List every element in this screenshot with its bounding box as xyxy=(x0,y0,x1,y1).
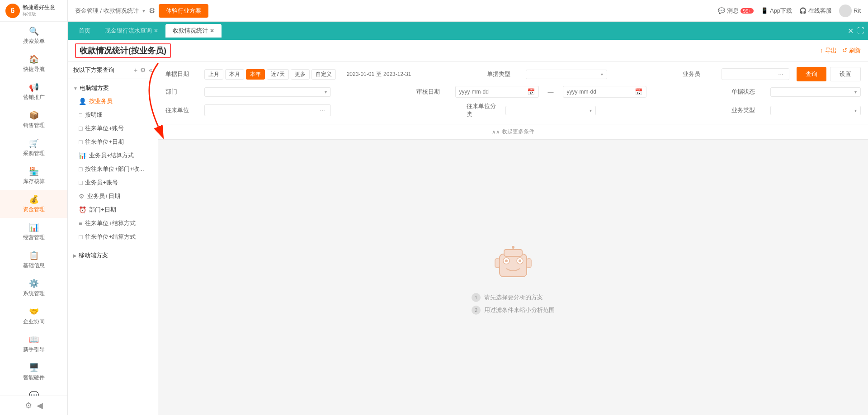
tab-close-window-icon[interactable]: ✕ xyxy=(848,27,854,35)
tree-section-mobile-header[interactable]: ▶ 移动端方案 xyxy=(68,249,158,262)
tree-item-staff-date-label: 业务员+日期 xyxy=(87,192,120,200)
review-date-from-field[interactable] xyxy=(459,89,527,95)
sidebar-label-search-menu: 搜索菜单 xyxy=(23,38,45,45)
sidebar-item-enterprise[interactable]: 🤝 企业协同 xyxy=(0,302,67,330)
tree-item-staff-date[interactable]: ⚙ 业务员+日期 xyxy=(68,189,158,203)
tree-item-partner-settlement2[interactable]: □ 往来单位+结算方式 xyxy=(68,230,158,244)
tree-item-staff-settlement[interactable]: 📊 业务员+结算方式 xyxy=(68,149,158,162)
sidebar-item-search-menu[interactable]: 🔍 搜索菜单 xyxy=(0,22,67,50)
online-service-action[interactable]: 🎧 在线客服 xyxy=(799,7,832,15)
left-panel-header: 按以下方案查询 + ⚙ « xyxy=(68,61,158,79)
date-btn-more[interactable]: 更多 xyxy=(291,69,310,80)
tab-bank-flow-close-icon[interactable]: ✕ xyxy=(154,28,158,34)
export-button[interactable]: ↑ 导出 xyxy=(821,47,837,55)
dept-select[interactable]: ▾ xyxy=(204,87,331,97)
partner-dept-receipt-icon: □ xyxy=(79,165,82,173)
app-download-action[interactable]: 📱 App下载 xyxy=(761,7,792,15)
tab-bank-flow-label: 现金银行流水查询 xyxy=(105,27,152,35)
settings-bottom-icon[interactable]: ⚙ xyxy=(25,401,32,410)
sidebar-item-finance[interactable]: 💰 资金管理 xyxy=(0,190,67,218)
logo-badge: 标准版 xyxy=(23,11,55,17)
svg-point-7 xyxy=(519,259,521,262)
tree-item-by-staff[interactable]: 👤 按业务员 xyxy=(68,94,158,108)
sidebar-item-guide[interactable]: 📖 新手引导 xyxy=(0,330,67,358)
collapse-panel-icon[interactable]: « xyxy=(149,66,152,74)
refresh-button[interactable]: ↺ 刷新 xyxy=(842,47,861,55)
header-gear-icon[interactable]: ⚙ xyxy=(149,6,155,15)
review-date-from-input[interactable]: 📅 xyxy=(455,86,539,98)
sidebar-item-hardware[interactable]: 🖥️ 智能硬件 xyxy=(0,358,67,386)
user-avatar xyxy=(839,5,852,17)
tab-maximize-icon[interactable]: ⛶ xyxy=(857,27,864,35)
query-button[interactable]: 查询 xyxy=(797,67,826,81)
tree-item-by-detail[interactable]: ≡ 按明细 xyxy=(68,108,158,122)
tab-home[interactable]: 首页 xyxy=(71,24,98,38)
svg-rect-0 xyxy=(500,254,527,277)
doc-type-select[interactable]: ▾ xyxy=(526,70,607,79)
sidebar-item-marketing[interactable]: 📢 营销推广 xyxy=(0,78,67,106)
sidebar-item-sales[interactable]: 📦 销售管理 xyxy=(0,106,67,134)
tree-section-mobile: ▶ 移动端方案 xyxy=(68,246,158,264)
tree-item-partner-dept-receipt[interactable]: □ 按往来单位+部门+收... xyxy=(68,162,158,176)
sidebar: 6 畅捷通好生意 标准版 🔍 搜索菜单 🏠 快捷导航 📢 营销推广 📦 销售管理… xyxy=(0,0,68,415)
empty-tip-1: 1 请先选择要分析的方案 xyxy=(472,293,555,302)
staff-scheme-icon: 👤 xyxy=(79,98,86,105)
date-to: 2023-12-31 xyxy=(383,71,411,77)
collapse-sidebar-icon[interactable]: ◀ xyxy=(37,401,43,410)
marketing-icon: 📢 xyxy=(29,82,39,92)
review-date-to-calendar-icon[interactable]: 📅 xyxy=(635,88,642,95)
tab-receipt-stats-close-icon[interactable]: ✕ xyxy=(210,28,214,34)
content-body: 按以下方案查询 + ⚙ « ▼ 电脑端方案 👤 按业务员 xyxy=(68,61,868,415)
tree-item-partner-date[interactable]: □ 往来单位+日期 xyxy=(68,135,158,149)
date-btn-custom[interactable]: 自定义 xyxy=(311,69,336,80)
trial-button[interactable]: 体验行业方案 xyxy=(159,4,208,18)
review-date-to-field[interactable] xyxy=(567,89,635,95)
hardware-icon: 🖥️ xyxy=(29,363,39,373)
scheme-settings-icon[interactable]: ⚙ xyxy=(140,66,146,74)
collapse-bar[interactable]: ∧∧ 收起更多条件 xyxy=(158,124,868,140)
review-date-from-calendar-icon[interactable]: 📅 xyxy=(527,88,535,95)
sidebar-item-inventory[interactable]: 🏪 库存核算 xyxy=(0,162,67,190)
tree-item-by-staff-label: 按业务员 xyxy=(89,97,113,105)
tree-item-partner-settlement1[interactable]: ≡ 往来单位+结算方式 xyxy=(68,217,158,230)
biz-type-select[interactable]: ▾ xyxy=(770,106,861,115)
empty-tip-1-text: 请先选择要分析的方案 xyxy=(484,293,543,302)
sidebar-item-purchase[interactable]: 🛒 采购管理 xyxy=(0,134,67,162)
detail-scheme-icon: ≡ xyxy=(79,111,82,118)
tab-bank-flow[interactable]: 现金银行流水查询 ✕ xyxy=(98,24,165,38)
app-logo: 6 畅捷通好生意 标准版 xyxy=(0,0,67,22)
breadcrumb-dropdown-icon[interactable]: ▾ xyxy=(142,8,145,14)
sidebar-item-basic-info[interactable]: 📋 基础信息 xyxy=(0,246,67,274)
tab-receipt-stats[interactable]: 收款情况统计 ✕ xyxy=(165,24,222,38)
partner-more-icon[interactable]: ··· xyxy=(320,107,325,114)
review-date-to-input[interactable]: 📅 xyxy=(563,86,646,98)
staff-select[interactable]: ··· xyxy=(722,68,789,80)
date-btn-this-month[interactable]: 本月 xyxy=(225,69,244,80)
empty-illustration xyxy=(491,241,536,286)
staff-date-icon: ⚙ xyxy=(79,193,85,200)
add-scheme-icon[interactable]: + xyxy=(134,66,137,74)
date-btn-last-month[interactable]: 上月 xyxy=(204,69,223,80)
sidebar-item-quick-nav[interactable]: 🏠 快捷导航 xyxy=(0,50,67,78)
date-btn-this-year[interactable]: 本年 xyxy=(246,69,265,80)
sidebar-item-wechat[interactable]: 💬 企业微信 xyxy=(0,386,67,396)
sidebar-label-inventory: 库存核算 xyxy=(23,178,45,185)
user-info[interactable]: Rit xyxy=(839,5,861,17)
message-action[interactable]: 💬 消息 99+ xyxy=(718,7,754,15)
left-panel-title: 按以下方案查询 xyxy=(73,66,114,74)
sidebar-label-system: 系统管理 xyxy=(23,290,45,297)
partner-classify-select[interactable]: ▾ xyxy=(505,106,596,115)
biz-type-label: 业务类型 xyxy=(731,106,763,114)
tree-item-staff-account[interactable]: □ 业务员+账号 xyxy=(68,176,158,189)
date-filter-label: 单据日期 xyxy=(165,70,197,78)
sidebar-item-system[interactable]: ⚙️ 系统管理 xyxy=(0,274,67,302)
set-button[interactable]: 设置 xyxy=(830,67,861,81)
partner-select[interactable]: ··· xyxy=(204,104,331,116)
staff-more-icon[interactable]: ··· xyxy=(778,71,783,78)
doc-status-select[interactable]: ▾ xyxy=(770,87,861,97)
sidebar-item-operation[interactable]: 📊 经营管理 xyxy=(0,218,67,246)
date-btn-7days[interactable]: 近7天 xyxy=(267,69,289,80)
tree-section-desktop-header[interactable]: ▼ 电脑端方案 xyxy=(68,82,158,94)
tree-item-dept-date[interactable]: ⏰ 部门+日期 xyxy=(68,203,158,217)
tree-item-partner-account[interactable]: □ 往来单位+账号 xyxy=(68,122,158,135)
